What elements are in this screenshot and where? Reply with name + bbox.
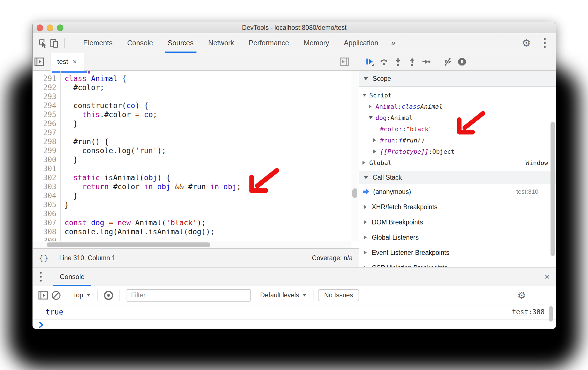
code-line[interactable]: 300 } bbox=[33, 155, 359, 164]
triangle-down-icon[interactable] bbox=[362, 94, 369, 97]
code-line[interactable]: 298 #run() { bbox=[33, 137, 359, 146]
sidebar-scroll-thumb[interactable] bbox=[551, 122, 555, 256]
line-number: 306 bbox=[33, 209, 60, 218]
scope-tree: ScriptAnimal: class Animaldog: Animal#co… bbox=[359, 87, 556, 168]
live-expression-eye-icon[interactable] bbox=[102, 289, 115, 302]
code-line[interactable]: 295 this.#color = co; bbox=[33, 110, 359, 119]
step-into-icon[interactable] bbox=[394, 57, 403, 66]
step-icon[interactable] bbox=[422, 57, 431, 66]
code-line[interactable]: 292 #color; bbox=[33, 83, 359, 92]
code-text: console.log('run'); bbox=[60, 146, 166, 155]
open-debugger-sidebar-icon[interactable] bbox=[338, 55, 351, 68]
filter-input[interactable] bbox=[127, 289, 251, 302]
scope-row[interactable]: #run: f #run() bbox=[359, 135, 556, 146]
clear-console-icon[interactable] bbox=[50, 289, 63, 302]
more-panels-chevron[interactable]: » bbox=[386, 39, 401, 47]
console-message-source-link[interactable]: test:308 bbox=[512, 308, 545, 316]
scope-row[interactable]: GlobalWindow bbox=[359, 157, 556, 168]
code-line[interactable]: 307const dog = new Animal('black'); bbox=[33, 218, 359, 227]
step-over-icon[interactable] bbox=[379, 57, 388, 66]
close-drawer-icon[interactable]: × bbox=[544, 271, 550, 282]
triangle-down-icon[interactable] bbox=[369, 116, 375, 119]
sidebar-section-xhr-fetch-breakpoints[interactable]: XHR/fetch Breakpoints bbox=[359, 199, 556, 215]
console-tab-label: Console bbox=[60, 273, 85, 281]
tab-sources[interactable]: Sources bbox=[160, 33, 201, 53]
tab-console[interactable]: Console bbox=[120, 33, 160, 53]
frame-location[interactable]: test:310 bbox=[516, 188, 556, 195]
code-text: } bbox=[60, 191, 78, 200]
tab-performance[interactable]: Performance bbox=[241, 33, 296, 53]
tab-elements[interactable]: Elements bbox=[76, 33, 120, 53]
file-tab-test[interactable]: test × bbox=[50, 53, 84, 71]
step-out-icon[interactable] bbox=[408, 57, 417, 66]
line-number: 296 bbox=[33, 119, 60, 128]
sidebar-section-dom-breakpoints[interactable]: DOM Breakpoints bbox=[359, 215, 556, 230]
scope-section-header[interactable]: Scope bbox=[359, 71, 556, 87]
more-options-kebab-icon[interactable] bbox=[544, 38, 546, 48]
drawer-menu-kebab-icon[interactable] bbox=[40, 272, 42, 282]
show-console-sidebar-icon[interactable] bbox=[37, 289, 50, 302]
triangle-right-icon[interactable] bbox=[362, 161, 369, 165]
editor-horizontal-scroll-thumb[interactable] bbox=[47, 242, 210, 247]
inspect-element-icon[interactable] bbox=[37, 37, 48, 49]
code-text: return #color in obj && #run in obj; bbox=[60, 182, 241, 191]
scope-row[interactable]: Animal: class Animal bbox=[359, 101, 556, 112]
code-line[interactable]: 305} bbox=[33, 200, 359, 209]
sidebar-section-csp-violation-breakpoints[interactable]: CSP Violation Breakpoints bbox=[359, 260, 556, 267]
no-issues-button[interactable]: No Issues bbox=[318, 289, 359, 301]
code-line[interactable]: 297 bbox=[33, 128, 359, 137]
tab-application[interactable]: Application bbox=[337, 33, 386, 53]
debugger-sidebar: Scope ScriptAnimal: class Animaldog: Ani… bbox=[359, 53, 556, 267]
sidebar-section-global-listeners[interactable]: Global Listeners bbox=[359, 230, 556, 245]
scope-row[interactable]: dog: Animal bbox=[359, 112, 556, 123]
tab-network[interactable]: Network bbox=[201, 33, 242, 53]
code-line[interactable]: 306 bbox=[33, 209, 359, 218]
code-line[interactable]: 294 constructor(co) { bbox=[33, 101, 359, 110]
code-line[interactable]: 301 bbox=[33, 164, 359, 173]
current-frame-arrow-icon bbox=[362, 188, 370, 196]
code-editor[interactable]: 291class Animal {292 #color;293294 const… bbox=[33, 71, 359, 248]
triangle-right-icon[interactable] bbox=[373, 138, 380, 142]
scope-row[interactable]: Script bbox=[359, 90, 556, 101]
pretty-print-icon[interactable]: {} bbox=[39, 254, 49, 262]
code-line[interactable]: 299 console.log('run'); bbox=[33, 146, 359, 155]
call-stack-section-header[interactable]: Call Stack bbox=[359, 171, 556, 184]
editor-vertical-scroll-thumb[interactable] bbox=[352, 188, 357, 198]
deactivate-breakpoints-icon[interactable] bbox=[443, 57, 452, 66]
pause-on-exceptions-icon[interactable] bbox=[457, 57, 467, 66]
code-text bbox=[60, 164, 65, 173]
code-line[interactable]: 291class Animal { bbox=[33, 74, 359, 83]
console-scroll-thumb[interactable] bbox=[549, 306, 553, 322]
cursor-position: Line 310, Column 1 bbox=[59, 254, 115, 262]
code-line[interactable]: 293 bbox=[33, 92, 359, 101]
tab-memory[interactable]: Memory bbox=[296, 33, 336, 53]
toolbar-separator bbox=[509, 38, 509, 48]
context-selector-dropdown[interactable]: top bbox=[72, 291, 93, 299]
scope-row[interactable]: #color: "black" bbox=[359, 123, 556, 135]
code-line[interactable]: 304 } bbox=[33, 191, 359, 200]
triangle-right-icon[interactable] bbox=[369, 104, 375, 108]
settings-gear-icon[interactable]: ⚙ bbox=[522, 38, 531, 48]
code-line[interactable]: 308console.log(Animal.isAnimal(dog)); bbox=[33, 227, 359, 236]
coverage-status: Coverage: n/a bbox=[312, 254, 353, 262]
editor-horizontal-scrollbar[interactable] bbox=[33, 241, 351, 248]
call-stack-frame[interactable]: (anonymous)test:310 bbox=[359, 184, 556, 199]
code-line[interactable]: 296 } bbox=[33, 119, 359, 128]
code-line[interactable]: 302 static isAnimal(obj) { bbox=[33, 173, 359, 182]
show-navigator-icon[interactable] bbox=[33, 55, 46, 68]
console-settings-gear-icon[interactable]: ⚙ bbox=[518, 290, 526, 301]
device-toolbar-icon[interactable] bbox=[48, 37, 60, 49]
code-text: #run() { bbox=[60, 137, 109, 146]
log-levels-dropdown[interactable]: Default levels bbox=[258, 291, 309, 299]
code-line[interactable]: 303 return #color in obj && #run in obj; bbox=[33, 182, 359, 191]
scope-row[interactable]: [[Prototype]]: Object bbox=[359, 146, 556, 157]
drawer-tab-console[interactable]: Console bbox=[53, 268, 91, 286]
sidebar-section-event-listener-breakpoints[interactable]: Event Listener Breakpoints bbox=[359, 245, 556, 260]
close-file-tab-icon[interactable]: × bbox=[73, 57, 77, 66]
triangle-right-icon[interactable] bbox=[373, 150, 380, 153]
line-number: 307 bbox=[33, 218, 60, 227]
resume-script-icon[interactable] bbox=[365, 57, 374, 66]
console-prompt-row[interactable] bbox=[33, 320, 556, 329]
editor-vertical-scrollbar[interactable] bbox=[351, 71, 359, 241]
chevron-down-icon bbox=[302, 294, 306, 297]
